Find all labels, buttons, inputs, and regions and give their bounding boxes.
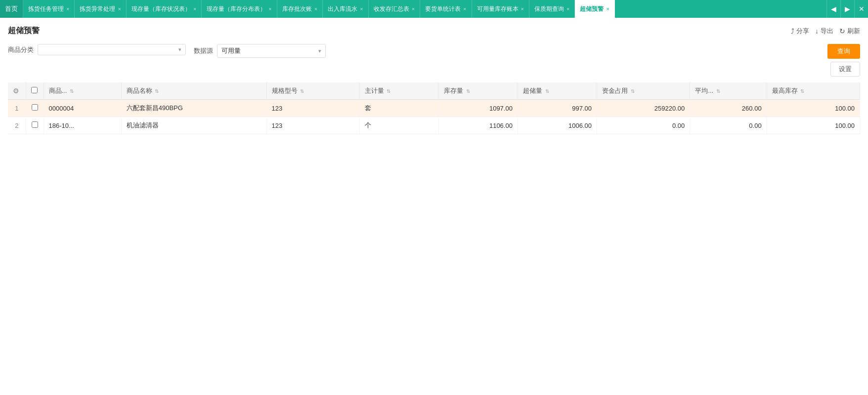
cell-max-stock: 100.00 [767, 117, 860, 134]
settings-button[interactable]: 设置 [830, 62, 860, 77]
chevron-down-icon: ▾ [178, 46, 181, 53]
column-settings[interactable]: ⚙ [8, 82, 26, 100]
close-icon[interactable]: × [606, 6, 609, 12]
nav-item-avail-ledger[interactable]: 可用量库存账本 × [472, 0, 529, 18]
nav-item-overstock-alert[interactable]: 超储预警 × [575, 0, 614, 18]
share-button[interactable]: ⤴ 分享 [791, 27, 809, 36]
column-checkbox [26, 82, 43, 100]
nav-item-collect-summary[interactable]: 收发存汇总表 × [369, 0, 420, 18]
share-icon: ⤴ [791, 27, 794, 35]
chevron-down-icon: ▾ [318, 48, 321, 54]
table-row: 1 0000004 六配套新昌490BPG 123 套 1097.00 997.… [8, 100, 860, 117]
sort-icon: ⇅ [466, 88, 470, 94]
sort-icon: ⇅ [631, 88, 635, 94]
cell-stock-qty: 1097.00 [438, 100, 518, 117]
nav-close-all-button[interactable]: ✕ [854, 0, 868, 18]
refresh-icon: ↻ [839, 27, 845, 35]
nav-next-button[interactable]: ▶ [840, 0, 854, 18]
nav-item-inventory-status[interactable]: 现存量（库存状况表） × [127, 0, 202, 18]
cell-product-name: 机油滤清器 [121, 117, 266, 134]
sort-icon: ⇅ [716, 88, 720, 94]
query-button[interactable]: 查询 [827, 44, 860, 59]
cell-capital-occupied: 0.00 [597, 117, 690, 134]
sort-icon: ⇅ [300, 88, 304, 94]
page-content: 超储预警 ⤴ 分享 ↓ 导出 ↻ 刷新 商品分类 ▾ 数据源 [0, 18, 868, 395]
table-row: 2 186-10... 机油滤清器 123 个 1106.00 1006.00 … [8, 117, 860, 134]
cell-avg: 260.00 [690, 100, 767, 117]
column-overstock-qty[interactable]: 超储量 ⇅ [518, 82, 597, 100]
cell-stock-qty: 1106.00 [438, 117, 518, 134]
nav-item-task-mgmt[interactable]: 拣货任务管理 × [23, 0, 75, 18]
select-all-checkbox[interactable] [31, 87, 38, 93]
export-button[interactable]: ↓ 导出 [815, 27, 833, 36]
cell-spec: 123 [266, 117, 359, 134]
export-icon: ↓ [815, 27, 819, 35]
cell-product-code: 0000004 [43, 100, 121, 117]
page-title: 超储预警 [8, 26, 40, 36]
header-actions: ⤴ 分享 ↓ 导出 ↻ 刷新 [791, 27, 860, 36]
close-icon[interactable]: × [463, 6, 466, 12]
close-icon[interactable]: × [193, 6, 196, 12]
cell-spec: 123 [266, 100, 359, 117]
sort-icon: ⇅ [387, 88, 391, 94]
nav-item-inventory-dist[interactable]: 现存量（库存分布表） × [202, 0, 277, 18]
data-table: ⚙ 商品... ⇅ 商品名称 ⇅ 规格型号 ⇅ 主计量 [8, 82, 860, 134]
cell-avg: 0.00 [690, 117, 767, 134]
datasource-filter-group: 数据源 可用量 ▾ [194, 44, 326, 58]
sort-icon: ⇅ [545, 88, 549, 94]
column-product-code[interactable]: 商品... ⇅ [43, 82, 121, 100]
nav-item-home[interactable]: 首页 [0, 0, 23, 18]
column-max-stock[interactable]: 最高库存 ⇅ [767, 82, 860, 100]
table-header-row: ⚙ 商品... ⇅ 商品名称 ⇅ 规格型号 ⇅ 主计量 [8, 82, 860, 100]
cell-product-name: 六配套新昌490BPG [121, 100, 266, 117]
row-number: 1 [8, 100, 26, 117]
cell-unit: 套 [359, 100, 438, 117]
datasource-select[interactable]: 可用量 ▾ [217, 44, 326, 58]
category-select[interactable]: ▾ [38, 44, 186, 55]
refresh-button[interactable]: ↻ 刷新 [839, 27, 860, 36]
close-icon[interactable]: × [566, 6, 569, 12]
sort-icon: ⇅ [800, 88, 804, 94]
close-icon[interactable]: × [412, 6, 415, 12]
close-icon[interactable]: × [268, 6, 271, 12]
close-icon[interactable]: × [521, 6, 524, 12]
column-capital-occupied[interactable]: 资金占用 ⇅ [597, 82, 690, 100]
category-filter-group: 商品分类 ▾ [8, 44, 186, 55]
column-spec[interactable]: 规格型号 ⇅ [266, 82, 359, 100]
row-checkbox[interactable] [32, 121, 38, 128]
column-unit[interactable]: 主计量 ⇅ [359, 82, 438, 100]
close-icon[interactable]: × [360, 6, 363, 12]
nav-item-order-stats[interactable]: 要货单统计表 × [420, 0, 472, 18]
category-label: 商品分类 [8, 45, 34, 54]
datasource-select-value: 可用量 [221, 46, 241, 55]
row-number: 2 [8, 117, 26, 134]
cell-overstock-qty: 1006.00 [518, 117, 597, 134]
nav-prev-button[interactable]: ◀ [826, 0, 840, 18]
row-checkbox[interactable] [32, 104, 38, 111]
nav-item-shelf-life[interactable]: 保质期查询 × [529, 0, 575, 18]
cell-max-stock: 100.00 [767, 100, 860, 117]
cell-overstock-qty: 997.00 [518, 100, 597, 117]
nav-item-batch-ledger[interactable]: 库存批次账 × [277, 0, 323, 18]
row-checkbox-cell[interactable] [26, 100, 43, 117]
column-product-name[interactable]: 商品名称 ⇅ [121, 82, 266, 100]
cell-product-code: 186-10... [43, 117, 121, 134]
nav-bar: 首页 拣货任务管理 × 拣货异常处理 × 现存量（库存状况表） × 现存量（库存… [0, 0, 868, 18]
sort-icon: ⇅ [70, 88, 74, 94]
close-icon[interactable]: × [118, 6, 121, 12]
column-avg[interactable]: 平均... ⇅ [690, 82, 767, 100]
row-checkbox-cell[interactable] [26, 117, 43, 134]
sort-icon: ⇅ [155, 88, 159, 94]
cell-unit: 个 [359, 117, 438, 134]
datasource-label: 数据源 [194, 46, 213, 55]
close-icon[interactable]: × [314, 6, 317, 12]
nav-item-io-flow[interactable]: 出入库流水 × [323, 0, 368, 18]
cell-capital-occupied: 259220.00 [597, 100, 690, 117]
nav-arrows: ◀ ▶ ✕ [826, 0, 868, 18]
column-stock-qty[interactable]: 库存量 ⇅ [438, 82, 518, 100]
gear-icon[interactable]: ⚙ [13, 87, 19, 95]
close-icon[interactable]: × [66, 6, 69, 12]
page-header: 超储预警 ⤴ 分享 ↓ 导出 ↻ 刷新 [8, 26, 860, 36]
nav-item-exception-proc[interactable]: 拣货异常处理 × [75, 0, 126, 18]
